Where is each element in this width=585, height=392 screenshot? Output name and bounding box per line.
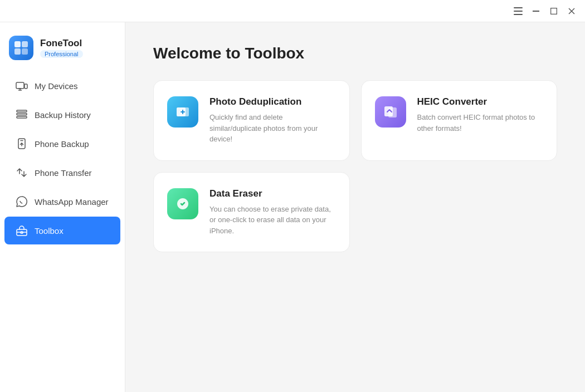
sidebar-label-toolbox: Toolbox xyxy=(35,226,64,236)
logo-text: FoneTool Professional xyxy=(40,38,83,58)
sidebar-label-my-devices: My Devices xyxy=(35,81,78,91)
minimize-button[interactable] xyxy=(527,2,545,20)
data-eraser-desc: You can choose to erase private data, or… xyxy=(209,204,334,237)
maximize-button[interactable] xyxy=(545,2,563,20)
sidebar-item-my-devices[interactable]: My Devices xyxy=(4,72,120,100)
whatsapp-icon xyxy=(16,195,28,208)
toolbox-icon xyxy=(16,224,28,237)
photo-deduplication-desc: Quickly find and delete similar/duplicat… xyxy=(209,112,334,145)
heic-converter-desc: Batch convert HEIC format photos to othe… xyxy=(417,112,542,134)
svg-rect-4 xyxy=(551,8,557,14)
sidebar-item-phone-transfer[interactable]: Phone Transfer xyxy=(4,159,120,187)
svg-rect-8 xyxy=(22,41,28,47)
svg-rect-30 xyxy=(388,107,397,117)
svg-rect-12 xyxy=(25,84,27,89)
app-name: FoneTool xyxy=(40,38,83,49)
svg-rect-16 xyxy=(17,110,27,112)
svg-rect-3 xyxy=(533,11,539,12)
tool-card-photo-deduplication[interactable]: Photo Deduplication Quickly find and del… xyxy=(153,80,350,161)
menu-button[interactable] xyxy=(509,2,527,20)
app-edition: Professional xyxy=(40,50,83,58)
photo-deduplication-icon xyxy=(167,96,198,128)
close-button[interactable] xyxy=(563,2,581,20)
svg-rect-9 xyxy=(14,48,21,55)
data-eraser-icon xyxy=(167,188,198,219)
sidebar: FoneTool Professional My Devices Backup … xyxy=(0,22,125,392)
tool-card-data-eraser[interactable]: Data Eraser You can choose to erase priv… xyxy=(153,172,350,253)
app-logo-icon xyxy=(9,36,33,60)
page-title: Welcome to Toolbox xyxy=(153,45,557,62)
backup-history-icon xyxy=(16,109,28,121)
devices-icon xyxy=(16,80,28,92)
heic-converter-content: HEIC Converter Batch convert HEIC format… xyxy=(417,96,542,134)
sidebar-label-phone-transfer: Phone Transfer xyxy=(35,168,92,178)
tool-card-heic-converter[interactable]: HEIC Converter Batch convert HEIC format… xyxy=(361,80,558,161)
sidebar-label-backup-history: Backup History xyxy=(35,110,91,120)
tools-grid: Photo Deduplication Quickly find and del… xyxy=(153,80,557,252)
svg-rect-0 xyxy=(514,7,523,8)
main-content: Welcome to Toolbox Photo Deduplication Q… xyxy=(125,22,585,392)
svg-rect-1 xyxy=(514,11,523,12)
data-eraser-content: Data Eraser You can choose to erase priv… xyxy=(209,188,334,237)
sidebar-item-backup-history[interactable]: Backup History xyxy=(4,101,120,129)
heic-converter-title: HEIC Converter xyxy=(417,96,542,107)
sidebar-item-toolbox[interactable]: Toolbox xyxy=(4,217,120,244)
phone-transfer-icon xyxy=(16,166,28,179)
svg-rect-2 xyxy=(514,14,523,15)
photo-deduplication-content: Photo Deduplication Quickly find and del… xyxy=(209,96,334,145)
heic-converter-icon xyxy=(375,96,406,128)
sidebar-label-whatsapp-manager: WhatsApp Manager xyxy=(35,197,109,207)
phone-backup-icon xyxy=(16,138,28,150)
svg-rect-10 xyxy=(22,48,28,55)
data-eraser-title: Data Eraser xyxy=(209,188,334,199)
photo-deduplication-title: Photo Deduplication xyxy=(209,96,334,107)
sidebar-label-phone-backup: Phone Backup xyxy=(35,139,89,149)
svg-rect-17 xyxy=(17,114,27,115)
logo-area: FoneTool Professional xyxy=(0,29,125,71)
sidebar-item-whatsapp-manager[interactable]: WhatsApp Manager xyxy=(4,188,120,215)
svg-rect-11 xyxy=(16,82,24,89)
svg-rect-18 xyxy=(17,116,27,118)
sidebar-item-phone-backup[interactable]: Phone Backup xyxy=(4,130,120,158)
svg-rect-7 xyxy=(14,41,21,47)
title-bar xyxy=(0,0,585,22)
app-body: FoneTool Professional My Devices Backup … xyxy=(0,22,585,392)
